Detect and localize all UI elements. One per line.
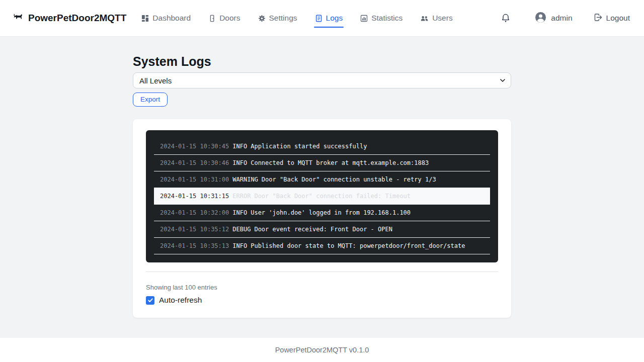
log-panel: 2024-01-15 10:30:45INFOApplication start… (146, 130, 498, 262)
auto-refresh-control: Auto-refresh (146, 296, 498, 305)
log-message: Door "Back Door" connection failed: Time… (254, 193, 411, 200)
log-level: INFO (232, 143, 247, 150)
gear-icon (258, 15, 266, 22)
page-title: System Logs (133, 55, 511, 68)
log-row-highlighted[interactable]: 2024-01-15 10:31:15ERRORDoor "Back Door"… (154, 188, 490, 205)
auto-refresh-label: Auto-refresh (159, 296, 202, 305)
log-timestamp: 2024-01-15 10:31:00 (160, 176, 229, 183)
entries-count-status: Showing last 100 entries (146, 284, 498, 291)
app-header: PowerPetDoor2MQTT Dashboard Doors (0, 0, 644, 37)
log-message: Door "Back Door" connection unstable - r… (262, 176, 436, 183)
door-icon (208, 15, 216, 22)
avatar-icon (535, 12, 546, 25)
log-timestamp: 2024-01-15 10:35:13 (160, 242, 229, 249)
username: admin (551, 14, 572, 23)
nav-item-logs[interactable]: Logs (315, 14, 343, 23)
log-timestamp: 2024-01-15 10:30:45 (160, 143, 229, 150)
user-chip: admin (535, 12, 572, 25)
log-row[interactable]: 2024-01-15 10:31:00WARNINGDoor "Back Doo… (154, 171, 490, 188)
app-footer: PowerPetDoor2MQTT v0.1.0 (0, 338, 644, 362)
brand[interactable]: PowerPetDoor2MQTT (13, 12, 126, 25)
log-message: Connected to MQTT broker at mqtt.example… (251, 159, 429, 166)
logs-journal-icon (315, 15, 323, 22)
dog-logo-icon (13, 12, 24, 25)
log-level: INFO (232, 209, 247, 216)
level-filter-select[interactable]: All Levels (133, 72, 511, 88)
log-level: WARNING (232, 176, 258, 183)
log-message: Application started successfully (251, 143, 367, 150)
header-actions: admin Logout (501, 12, 630, 25)
brand-title: PowerPetDoor2MQTT (28, 13, 126, 24)
log-message: Published door state to MQTT: powerpetdo… (251, 242, 465, 249)
log-timestamp: 2024-01-15 10:31:15 (160, 193, 229, 200)
log-timestamp: 2024-01-15 10:35:12 (160, 226, 229, 233)
log-level: DEBUG (232, 226, 251, 233)
log-level: INFO (232, 242, 247, 249)
log-message: Door event received: Front Door - OPEN (254, 226, 392, 233)
log-row[interactable]: 2024-01-15 10:30:46INFOConnected to MQTT… (154, 155, 490, 171)
logs-card: 2024-01-15 10:30:45INFOApplication start… (133, 119, 511, 318)
log-timestamp: 2024-01-15 10:32:00 (160, 209, 229, 216)
footer-version-text: PowerPetDoor2MQTT v0.1.0 (275, 346, 369, 354)
log-timestamp: 2024-01-15 10:30:46 (160, 159, 229, 166)
users-icon (420, 15, 429, 22)
main-nav: Dashboard Doors (141, 14, 452, 23)
divider (146, 272, 498, 272)
log-level: INFO (232, 159, 247, 166)
nav-item-statistics[interactable]: Statistics (360, 14, 403, 23)
level-filter-wrap: All Levels (133, 72, 511, 88)
notification-bell-icon[interactable] (501, 13, 511, 24)
export-button[interactable]: Export (133, 93, 168, 107)
dashboard-grid-icon (141, 15, 149, 22)
nav-item-doors[interactable]: Doors (208, 14, 240, 23)
auto-refresh-checkbox[interactable] (146, 296, 154, 305)
logout-icon (594, 13, 602, 24)
nav-item-settings[interactable]: Settings (258, 14, 297, 23)
main-content: System Logs All Levels Export 2024-01-15… (133, 37, 511, 338)
logout-button[interactable]: Logout (594, 13, 630, 24)
log-row[interactable]: 2024-01-15 10:32:00INFOUser 'john.doe' l… (154, 205, 490, 221)
log-row[interactable]: 2024-01-15 10:35:13INFOPublished door st… (154, 238, 490, 254)
log-row[interactable]: 2024-01-15 10:30:45INFOApplication start… (154, 138, 490, 155)
statistics-chart-icon (360, 15, 368, 22)
nav-item-dashboard[interactable]: Dashboard (141, 14, 191, 23)
log-row[interactable]: 2024-01-15 10:35:12DEBUGDoor event recei… (154, 221, 490, 238)
log-message: User 'john.doe' logged in from 192.168.1… (251, 209, 411, 216)
nav-item-users[interactable]: Users (420, 14, 452, 23)
log-level: ERROR (232, 193, 251, 200)
